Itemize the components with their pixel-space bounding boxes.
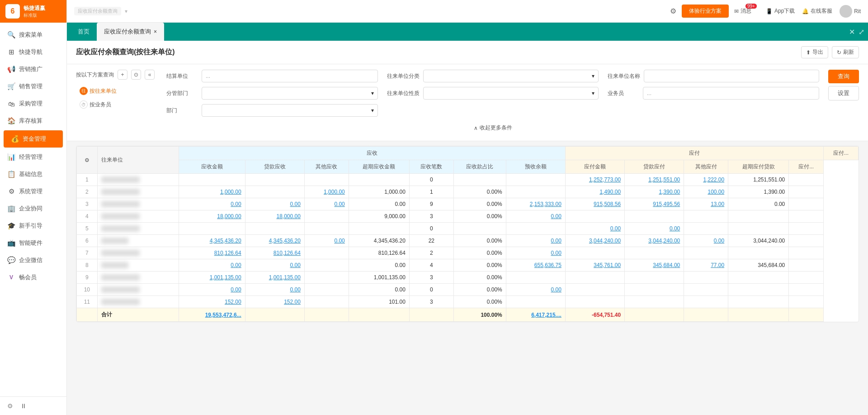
- scheme-by-partner[interactable]: 往 按往来单位: [76, 85, 120, 97]
- cta-button[interactable]: 体验行业方案: [682, 5, 729, 18]
- sidebar-item-label: 搜索菜单: [19, 31, 42, 39]
- sidebar-item-corp-wechat[interactable]: 💬 企业微信: [0, 252, 66, 269]
- scheme-partner-icon: 往: [80, 87, 88, 95]
- message-item[interactable]: ✉ 消息 99+: [734, 7, 751, 15]
- managing-dept-input[interactable]: ▾: [202, 87, 378, 100]
- sidebar-menu: 🔍 搜索菜单 ⊞ 快捷导航 📢 营销推广 🛒 销售管理 🛍 采购管理 🏠 库存核…: [0, 23, 66, 396]
- sidebar-item-operation[interactable]: 📊 经营管理: [0, 148, 66, 166]
- ar-amount-header: 应收金额: [179, 160, 245, 174]
- settings-icon[interactable]: ⚙: [7, 402, 13, 410]
- table-section: ⚙ 往来单位 应收 应付 应付... 应收金额 贷款应收 其他应收 超期应收金额…: [67, 141, 868, 327]
- tab-close-window-icon[interactable]: ✕: [849, 28, 855, 36]
- filter-row-salesman: 业务员 ...: [608, 87, 819, 100]
- filter-row-department: 部门 ▾: [166, 104, 378, 117]
- sidebar-item-inventory[interactable]: 🏠 库存核算: [0, 112, 66, 129]
- query-buttons: 查询 设置: [828, 70, 859, 100]
- filter-row-partner-nature: 往来单位性质 ▾: [387, 87, 599, 100]
- total-row: 合计 19,553,472,6... 100.00% 6,417,215....…: [77, 308, 859, 322]
- export-label: 导出: [812, 48, 823, 56]
- sidebar-item-sales[interactable]: 🛒 销售管理: [0, 78, 66, 95]
- partner-cat-input[interactable]: ▾: [423, 70, 599, 82]
- table-row: 9██████████1,001,135.001,001,135.001,001…: [77, 272, 859, 284]
- tab-home-label: 首页: [78, 28, 90, 36]
- refresh-button[interactable]: ↻ 刷新: [832, 46, 859, 58]
- sidebar-item-search-menu[interactable]: 🔍 搜索菜单: [0, 26, 66, 43]
- sidebar-item-corp-collab[interactable]: 🏢 企业协同: [0, 200, 66, 217]
- sidebar-item-capital[interactable]: 💰 资金管理: [4, 130, 63, 148]
- query-button[interactable]: 查询: [828, 70, 859, 83]
- header-breadcrumb: 应收应付余额查询 ▾: [74, 7, 665, 15]
- sidebar-item-beginner[interactable]: 🎓 新手引导: [0, 217, 66, 234]
- sidebar-item-label: 库存核算: [19, 117, 42, 125]
- marketing-icon: 📢: [7, 65, 15, 73]
- refresh-label: 刷新: [843, 48, 854, 56]
- set-button[interactable]: 设置: [828, 86, 859, 100]
- sales-icon: 🛒: [7, 82, 15, 91]
- scheme-staff-label: 按业务员: [90, 101, 111, 109]
- sidebar-item-basic-info[interactable]: 📋 基础信息: [0, 166, 66, 183]
- sidebar-item-marketing[interactable]: 📢 营销推广: [0, 61, 66, 78]
- page-title: 应收应付余额查询(按往来单位): [76, 48, 175, 57]
- tab-ar-ap-query[interactable]: 应收应付余额查询 ×: [97, 23, 164, 41]
- salesman-input[interactable]: ...: [643, 87, 819, 100]
- ap-loan-header: 贷款应付: [625, 160, 684, 174]
- gear-header[interactable]: ⚙: [77, 147, 98, 174]
- ar-loan-header: 贷款应收: [245, 160, 304, 174]
- table-row: 8P0.000.000.0040.00%655,636.75345,761.00…: [77, 259, 859, 272]
- tab-close-icon[interactable]: ×: [154, 29, 157, 35]
- sidebar-item-label: 系统管理: [19, 187, 42, 196]
- header-right: ✉ 消息 99+ 📱 App下载 🔔 在线客服 Rit: [734, 5, 861, 18]
- operation-icon: 📊: [7, 153, 15, 161]
- ap-group-header: 应付: [565, 147, 823, 160]
- sidebar-item-purchase[interactable]: 🛍 采购管理: [0, 95, 66, 112]
- header-gear-icon[interactable]: ⚙: [670, 7, 676, 15]
- total-ap-amount: -654,751.40: [565, 308, 624, 322]
- sidebar-item-system[interactable]: ⚙ 系统管理: [0, 183, 66, 200]
- collapse-label: 收起更多条件: [480, 124, 512, 132]
- page-actions: ⬆ 导出 ↻ 刷新: [801, 46, 859, 58]
- partner-header: 往来单位: [97, 147, 179, 174]
- filter-settings-button[interactable]: ⊙: [131, 70, 141, 80]
- table-row: 2██████████1,000.001,000.001,000.0010.00…: [77, 186, 859, 198]
- ap-other-header: 其他应付: [684, 160, 728, 174]
- collapse-more-btn[interactable]: ∧ 收起更多条件: [470, 120, 516, 135]
- corp-wechat-icon: 💬: [7, 256, 15, 264]
- ap-overdue-header: 超期应付贷款: [728, 160, 789, 174]
- sidebar-item-quick-nav[interactable]: ⊞ 快捷导航: [0, 43, 66, 61]
- sidebar-item-smart-hw[interactable]: 📺 智能硬件: [0, 234, 66, 252]
- user-avatar[interactable]: Rit: [840, 5, 861, 18]
- filter-row-settlement: 结算单位 ...: [166, 70, 378, 82]
- salesman-label: 业务员: [608, 90, 639, 97]
- table-row: 7██████████810,126.64810,126.64810,126.6…: [77, 247, 859, 259]
- sidebar: 6 畅捷通赢 标准版 🔍 搜索菜单 ⊞ 快捷导航 📢 营销推广 🛒 销售管理 🛍…: [0, 0, 67, 415]
- logo-text: 畅捷通赢 标准版: [24, 5, 45, 19]
- total-prepaid[interactable]: 6,417,215....: [506, 308, 565, 322]
- add-filter-button[interactable]: +: [118, 70, 127, 80]
- app-download-item[interactable]: 📱 App下载: [766, 7, 795, 15]
- settlement-input[interactable]: ...: [202, 70, 378, 82]
- scheme-staff-icon: ⏱: [80, 100, 88, 109]
- online-service-item[interactable]: 🔔 在线客服: [802, 7, 832, 15]
- department-input[interactable]: ▾: [202, 104, 378, 117]
- sidebar-item-label: 营销推广: [19, 65, 42, 73]
- export-button[interactable]: ⬆ 导出: [801, 46, 828, 58]
- total-ar-amount[interactable]: 19,553,472,6...: [179, 308, 245, 322]
- tab-expand-icon[interactable]: ⤢: [859, 28, 864, 36]
- prepaid-header: 预收余额: [506, 160, 565, 174]
- tab-home[interactable]: 首页: [71, 23, 97, 41]
- sidebar-logo: 6 畅捷通赢 标准版: [0, 0, 66, 23]
- search-menu-icon: 🔍: [7, 31, 15, 39]
- main-content: 首页 应收应付余额查询 × ✕ ⤢ 应收应付余额查询(按往来单位) ⬆ 导出 ↻…: [67, 23, 868, 415]
- sidebar-item-label: 经营管理: [19, 153, 42, 161]
- partner-name-input[interactable]: [644, 70, 819, 82]
- total-ar-ratio: 100.00%: [453, 308, 506, 322]
- dropdown-icon: ▾: [592, 90, 594, 96]
- filter-collapse-button[interactable]: «: [145, 70, 155, 80]
- scheme-by-staff[interactable]: ⏱ 按业务员: [76, 99, 115, 110]
- service-label: 在线客服: [811, 7, 832, 15]
- collapse-icon[interactable]: ⏸: [20, 402, 27, 410]
- sidebar-item-member[interactable]: V 畅会员: [0, 269, 66, 286]
- partner-nature-input[interactable]: ▾: [423, 87, 599, 100]
- dropdown-icon: ▾: [371, 107, 374, 114]
- table-row: 3██████████0.000.000.000.0090.00%2,153,3…: [77, 198, 859, 210]
